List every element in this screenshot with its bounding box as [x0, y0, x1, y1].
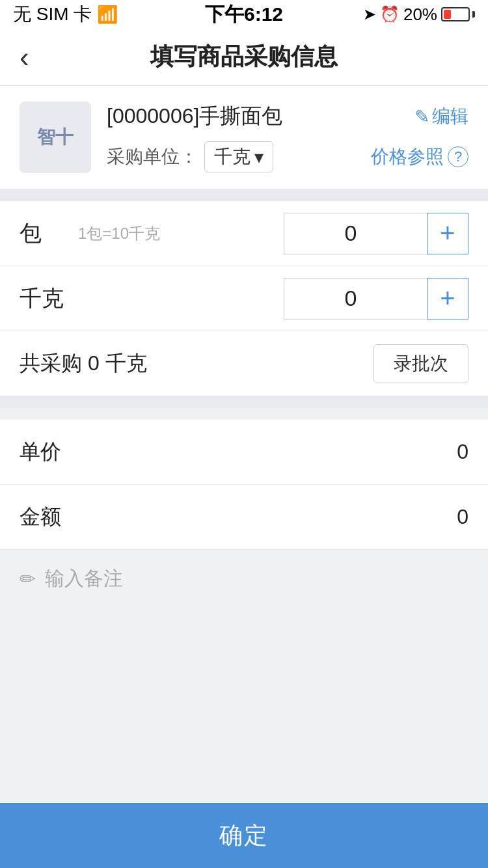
product-info: [0000006]手撕面包 ✎ 编辑 采购单位： 千克 ▾ 价格参照 ?	[107, 102, 468, 172]
kg-plus-button[interactable]: +	[427, 278, 468, 319]
remark-placeholder: 输入备注	[45, 565, 123, 592]
amount-value: 0	[457, 505, 468, 529]
price-section: 单价 0 金额 0	[0, 420, 488, 550]
unit-price-row: 单价 0	[0, 420, 488, 485]
battery-pct: 20%	[403, 5, 437, 25]
bao-input[interactable]	[284, 213, 427, 254]
kg-input[interactable]	[284, 278, 427, 319]
carrier-text: 无 SIM 卡	[13, 2, 92, 27]
confirm-label: 确定	[219, 820, 269, 852]
content-filler	[0, 608, 488, 803]
section-divider-1	[0, 189, 488, 201]
location-icon: ➤	[363, 5, 376, 23]
kg-row: 千克 +	[0, 266, 488, 331]
amount-row: 金额 0	[0, 485, 488, 550]
total-label: 共采购 0 千克	[20, 349, 147, 378]
back-button[interactable]: ‹	[20, 43, 29, 72]
confirm-button[interactable]: 确定	[0, 803, 488, 868]
price-reference-button[interactable]: 价格参照 ?	[371, 144, 468, 169]
bao-plus-button[interactable]: +	[427, 213, 468, 254]
battery-icon	[441, 7, 475, 21]
section-divider-2	[0, 396, 488, 408]
price-ref-label: 价格参照	[371, 144, 444, 169]
pencil-icon: ✏	[20, 567, 36, 590]
status-time: 下午6:12	[205, 1, 283, 28]
product-card: 智十 [0000006]手撕面包 ✎ 编辑 采购单位： 千克 ▾	[0, 86, 488, 189]
bao-hint: 1包=10千克	[78, 223, 160, 244]
help-icon: ?	[448, 146, 468, 167]
product-name: [0000006]手撕面包	[107, 102, 282, 131]
status-bar: 无 SIM 卡 📶 下午6:12 ➤ ⏰ 20%	[0, 0, 488, 29]
unit-label: 采购单位：	[107, 144, 198, 169]
unit-value: 千克	[214, 144, 251, 169]
unit-price-value: 0	[457, 440, 468, 464]
unit-price-label: 单价	[20, 438, 61, 467]
page-title: 填写商品采购信息	[150, 41, 338, 73]
amount-label: 金额	[20, 503, 61, 532]
record-batch-button[interactable]: 录批次	[373, 344, 468, 383]
nav-bar: ‹ 填写商品采购信息	[0, 29, 488, 86]
unit-select[interactable]: 千克 ▾	[204, 141, 273, 172]
alarm-icon: ⏰	[380, 5, 400, 23]
edit-icon: ✎	[414, 106, 429, 128]
chevron-down-icon: ▾	[254, 146, 264, 168]
wifi-icon: 📶	[97, 5, 118, 25]
bao-label: 包	[20, 219, 72, 249]
status-right: ➤ ⏰ 20%	[363, 5, 475, 25]
total-row: 共采购 0 千克 录批次	[0, 331, 488, 396]
kg-label: 千克	[20, 284, 72, 314]
status-carrier: 无 SIM 卡 📶	[13, 2, 118, 27]
bao-row: 包 1包=10千克 +	[0, 201, 488, 266]
edit-button[interactable]: ✎ 编辑	[414, 104, 468, 129]
remark-section[interactable]: ✏ 输入备注	[0, 550, 488, 608]
edit-label: 编辑	[432, 104, 468, 129]
product-image: 智十	[20, 102, 91, 173]
input-section: 包 1包=10千克 + 千克 + 共采购 0 千克 录批次	[0, 201, 488, 396]
